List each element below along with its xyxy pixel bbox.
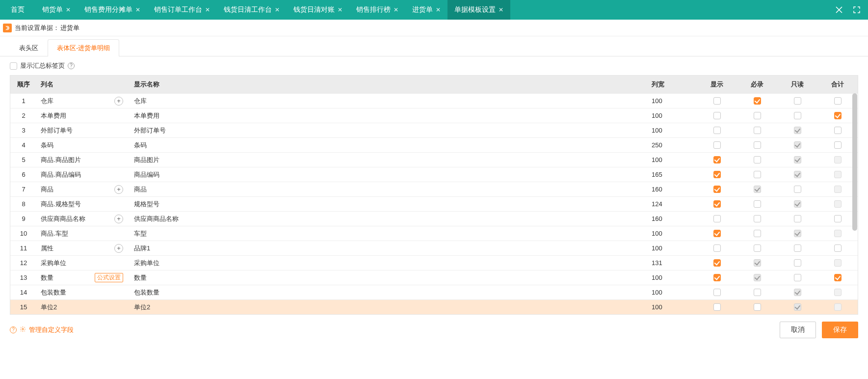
- fullscreen-icon[interactable]: [850, 3, 863, 16]
- expand-icon[interactable]: +: [114, 97, 123, 106]
- close-all-tabs-icon[interactable]: [833, 3, 845, 16]
- checkbox[interactable]: [713, 141, 721, 149]
- checkbox[interactable]: [713, 127, 721, 134]
- expand-icon[interactable]: +: [114, 215, 123, 223]
- table-row[interactable]: 3外部订单号外部订单号100: [10, 123, 858, 137]
- cell-display-name[interactable]: 仓库: [130, 97, 648, 106]
- save-button[interactable]: 保存: [822, 322, 858, 338]
- cell-width[interactable]: 100: [648, 112, 697, 119]
- cell-display-name[interactable]: 车型: [130, 229, 648, 238]
- expand-icon[interactable]: +: [114, 185, 123, 194]
- checkbox[interactable]: [794, 215, 801, 222]
- cell-display-name[interactable]: 数量: [130, 273, 648, 282]
- checkbox[interactable]: [834, 112, 842, 119]
- checkbox[interactable]: [794, 171, 801, 178]
- checkbox[interactable]: [834, 97, 842, 105]
- expand-icon[interactable]: +: [114, 244, 123, 253]
- formula-tag[interactable]: 公式设置: [95, 273, 123, 282]
- cell-display-name[interactable]: 包装数量: [130, 288, 648, 297]
- cell-display-name[interactable]: 商品编码: [130, 170, 648, 179]
- checkbox[interactable]: [713, 259, 721, 267]
- table-row[interactable]: 7商品+商品160: [10, 182, 858, 196]
- checkbox[interactable]: [713, 274, 721, 281]
- cell-display-name[interactable]: 品牌1: [130, 244, 648, 253]
- checkbox[interactable]: [754, 289, 761, 296]
- cell-width[interactable]: 100: [648, 244, 697, 252]
- checkbox[interactable]: [713, 289, 721, 296]
- checkbox[interactable]: [754, 259, 761, 267]
- cell-width[interactable]: 100: [648, 97, 697, 105]
- checkbox[interactable]: [794, 274, 801, 281]
- cell-display-name[interactable]: 采购单位: [130, 259, 648, 268]
- tab-close-icon[interactable]: ✕: [394, 7, 398, 13]
- checkbox[interactable]: [754, 244, 761, 252]
- table-row[interactable]: 8商品.规格型号规格型号124: [10, 196, 858, 211]
- checkbox[interactable]: [754, 141, 761, 149]
- cell-width[interactable]: 160: [648, 215, 697, 222]
- tab-close-icon[interactable]: ✕: [499, 7, 503, 13]
- table-row[interactable]: 6商品.商品编码商品编码165: [10, 167, 858, 182]
- table-row[interactable]: 12采购单位采购单位131: [10, 255, 858, 270]
- cell-width[interactable]: 100: [648, 303, 697, 311]
- checkbox[interactable]: [754, 274, 761, 281]
- checkbox[interactable]: [754, 171, 761, 178]
- tab-close-icon[interactable]: ✕: [205, 7, 210, 13]
- checkbox[interactable]: [794, 259, 801, 267]
- checkbox[interactable]: [794, 244, 801, 252]
- checkbox[interactable]: [794, 230, 801, 237]
- cell-display-name[interactable]: 条码: [130, 141, 648, 150]
- top-tab[interactable]: 单据模板设置✕: [447, 0, 510, 20]
- checkbox[interactable]: [754, 200, 761, 208]
- tab-close-icon[interactable]: ✕: [275, 7, 280, 13]
- top-tab[interactable]: 销售排行榜✕: [349, 0, 405, 20]
- tab-close-icon[interactable]: ✕: [338, 7, 342, 13]
- cell-display-name[interactable]: 供应商商品名称: [130, 215, 648, 223]
- top-tab[interactable]: 钱货日清工作台✕: [217, 0, 287, 20]
- cell-width[interactable]: 100: [648, 127, 697, 134]
- table-row[interactable]: 13数量公式设置数量100: [10, 270, 858, 285]
- top-tab[interactable]: 销售费用分摊单✕: [78, 0, 147, 20]
- checkbox[interactable]: [794, 303, 801, 311]
- checkbox[interactable]: [834, 274, 842, 281]
- checkbox[interactable]: [834, 244, 842, 252]
- cell-display-name[interactable]: 商品图片: [130, 156, 648, 164]
- checkbox[interactable]: [754, 127, 761, 134]
- cell-width[interactable]: 100: [648, 289, 697, 296]
- cell-display-name[interactable]: 外部订单号: [130, 126, 648, 135]
- cell-width[interactable]: 100: [648, 274, 697, 281]
- cell-display-name[interactable]: 规格型号: [130, 200, 648, 209]
- checkbox[interactable]: [713, 200, 721, 208]
- checkbox[interactable]: [754, 112, 761, 119]
- checkbox[interactable]: [834, 141, 842, 149]
- cell-width[interactable]: 100: [648, 230, 697, 237]
- cell-width[interactable]: 250: [648, 141, 697, 149]
- checkbox[interactable]: [834, 215, 842, 222]
- cell-display-name[interactable]: 本单费用: [130, 111, 648, 120]
- checkbox[interactable]: [713, 156, 721, 163]
- checkbox[interactable]: [713, 171, 721, 178]
- checkbox[interactable]: [794, 289, 801, 296]
- checkbox[interactable]: [713, 97, 721, 105]
- checkbox[interactable]: [754, 186, 761, 193]
- checkbox[interactable]: [794, 200, 801, 208]
- sub-tab[interactable]: 表头区: [10, 39, 48, 56]
- checkbox[interactable]: [794, 156, 801, 163]
- tab-close-icon[interactable]: ✕: [436, 7, 441, 13]
- top-tab[interactable]: 销货单✕: [35, 0, 78, 20]
- top-tab[interactable]: 钱货日清对账✕: [287, 0, 349, 20]
- checkbox[interactable]: [713, 112, 721, 119]
- cell-width[interactable]: 100: [648, 156, 697, 163]
- manage-custom-fields-link[interactable]: 管理自定义字段: [29, 325, 74, 334]
- cell-display-name[interactable]: 商品: [130, 185, 648, 194]
- checkbox[interactable]: [713, 230, 721, 237]
- sidebar-toggle-icon[interactable]: [3, 24, 12, 32]
- cell-width[interactable]: 160: [648, 186, 697, 193]
- checkbox[interactable]: [794, 97, 801, 105]
- tab-close-icon[interactable]: ✕: [135, 7, 140, 13]
- checkbox[interactable]: [754, 215, 761, 222]
- checkbox[interactable]: [713, 215, 721, 222]
- summary-checkbox[interactable]: [10, 62, 17, 70]
- top-tab[interactable]: 进货单✕: [405, 0, 447, 20]
- table-row[interactable]: 1仓库+仓库100: [10, 93, 858, 108]
- cell-width[interactable]: 165: [648, 171, 697, 178]
